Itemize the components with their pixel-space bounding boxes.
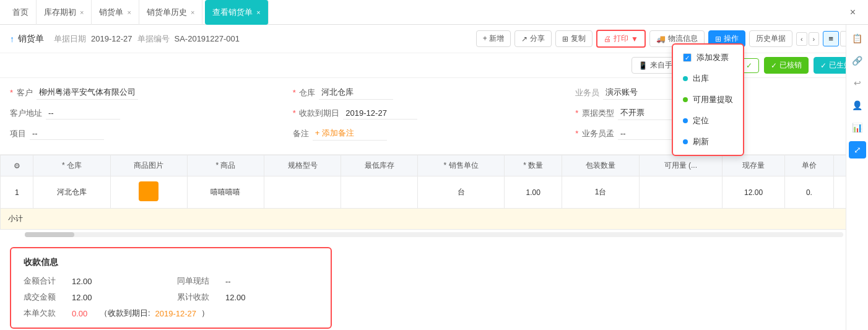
sidebar-icon-expand[interactable]: ⤢	[849, 141, 866, 158]
note-label: 备注	[293, 128, 309, 139]
owed-label: 本单欠款	[24, 308, 67, 319]
nav-arrows: ‹ ›	[796, 32, 819, 46]
dropdown-locate[interactable]: 定位	[673, 110, 743, 131]
payment-date-field: * 收款到期日 2019-12-27	[293, 107, 576, 119]
history-label: 历史单据	[756, 33, 786, 44]
transaction-value: 12.00	[72, 293, 92, 302]
scroll-hint[interactable]	[25, 232, 843, 237]
tab-close-sales-history[interactable]: ×	[191, 9, 194, 16]
col-current-stock: 现存量	[723, 155, 785, 176]
warehouse-field: * 仓库 河北仓库	[293, 85, 576, 100]
sidebar-icon-1[interactable]: 📋	[849, 30, 866, 47]
row-no: 1	[1, 176, 33, 209]
out-warehouse-icon	[683, 76, 688, 81]
owed-date: 2019-12-27	[155, 309, 197, 318]
tab-sales-order[interactable]: 销货单 ×	[92, 0, 139, 25]
scroll-thumb[interactable]	[25, 232, 74, 237]
add-invoice-checkbox-icon: ✓	[683, 53, 692, 62]
project-field: 项目 --	[10, 128, 293, 140]
staff-value: 演示账号	[603, 85, 677, 100]
row-spec	[264, 176, 341, 209]
col-product-img: 商品图片	[110, 155, 187, 176]
doc-title: ↑ 销货单	[10, 33, 44, 45]
status-cancel-label: 已核销	[779, 60, 802, 71]
tab-close-view-sales[interactable]: ×	[256, 9, 260, 16]
product-table: ⚙ * 仓库 商品图片 * 商品 规格型号 最低库存 * 销售单位 * 数量 包…	[0, 155, 868, 230]
table-row: 1 河北仓库 嘻嘻嘻嘻 台 1.00 1台 12.00 0.	[1, 176, 868, 209]
same-order-label: 同单现结	[177, 276, 220, 287]
doc-meta: 单据日期 2019-12-27 单据编号 SA-20191227-001	[54, 33, 240, 45]
warehouse-label: * 仓库	[293, 87, 316, 98]
doc-title-text: 销货单	[18, 33, 44, 45]
col-warehouse: * 仓库	[33, 155, 110, 176]
ops-label: 操作	[724, 33, 739, 44]
row-warehouse: 河北仓库	[33, 176, 110, 209]
copy-button[interactable]: ⊞ 复制	[555, 30, 592, 47]
customer-value[interactable]: 柳州粤港平安气体有限公司	[37, 85, 138, 100]
sidebar-icon-3[interactable]: ↩	[849, 74, 866, 92]
print-dropdown-icon: ▼	[631, 35, 638, 43]
dropdown-available-pickup[interactable]: 可用量提取	[673, 89, 743, 110]
project-value[interactable]: --	[30, 128, 104, 140]
dropdown-add-invoice[interactable]: ✓ 添加发票	[673, 47, 743, 68]
address-value[interactable]: --	[46, 107, 120, 119]
doc-title-area: ↑ 销货单 单据日期 2019-12-27 单据编号 SA-20191227-0…	[10, 33, 476, 45]
row-quantity: 1.00	[504, 176, 562, 209]
available-pickup-label: 可用量提取	[693, 94, 733, 105]
col-settings[interactable]: ⚙	[1, 155, 33, 176]
tab-inventory-init[interactable]: 库存期初 ×	[37, 0, 92, 25]
col-unit-price: 单价	[785, 155, 833, 176]
next-arrow[interactable]: ›	[809, 32, 820, 46]
address-label: 客户地址	[10, 108, 42, 119]
prev-arrow[interactable]: ‹	[796, 32, 807, 46]
tab-home[interactable]: 首页	[5, 0, 37, 25]
view-table-btn[interactable]: ≡	[823, 31, 839, 46]
share-label: 分享	[530, 33, 545, 44]
note-field: 备注 + 添加备注	[293, 126, 576, 141]
cumulative-label: 累计收款	[177, 292, 220, 303]
project-label: 项目	[10, 128, 26, 139]
add-invoice-label: 添加发票	[697, 52, 729, 63]
col-sales-unit: * 销售单位	[418, 155, 504, 176]
tab-view-sales-order[interactable]: 查看销货单 ×	[205, 0, 268, 25]
sidebar-icon-5[interactable]: 📊	[849, 119, 866, 136]
logistics-label: 物流信息	[668, 33, 698, 44]
dropdown-refresh[interactable]: 刷新	[673, 131, 743, 152]
col-available: 可用量 (...	[639, 155, 722, 176]
add-note-btn[interactable]: + 添加备注	[313, 126, 387, 141]
number-value: SA-20191227-001	[175, 34, 240, 43]
owed-value: 0.00	[72, 309, 87, 318]
window-close-button[interactable]: ×	[843, 7, 863, 18]
effect-icon: ✓	[820, 61, 827, 70]
sidebar-icon-2[interactable]: 🔗	[849, 52, 866, 69]
same-order-value: --	[225, 277, 231, 286]
tab-close-inventory-init[interactable]: ×	[80, 9, 84, 16]
print-icon: 🖨	[604, 35, 611, 43]
new-button[interactable]: + 新增	[476, 30, 511, 47]
tab-close-sales-order[interactable]: ×	[127, 9, 131, 16]
address-field: 客户地址 --	[10, 107, 293, 119]
date-value: 2019-12-27	[91, 34, 132, 43]
owed-note2: ）	[201, 308, 209, 319]
transaction-row: 成交金额 12.00	[24, 292, 165, 303]
print-label: 打印	[614, 33, 628, 44]
tab-sales-history[interactable]: 销货单历史 ×	[139, 0, 202, 25]
share-button[interactable]: ↗ 分享	[514, 30, 552, 47]
customer-label: * 客户	[10, 87, 33, 98]
footer-grid: 金额合计 12.00 同单现结 -- 成交金额 12.00 累计收款 12.00…	[24, 276, 318, 319]
phone-icon: 📱	[638, 61, 648, 70]
payment-date-value[interactable]: 2019-12-27	[343, 107, 417, 119]
locate-icon	[683, 118, 688, 123]
print-button[interactable]: 🖨 打印 ▼	[596, 30, 646, 48]
warehouse-value[interactable]: 河北仓库	[319, 85, 393, 100]
right-sidebar: 📋 🔗 ↩ 👤 📊 ⤢	[846, 25, 868, 330]
product-image	[139, 181, 158, 201]
history-button[interactable]: 历史单据	[749, 30, 792, 47]
status-cancel-btn[interactable]: ✓ 已核销	[764, 57, 809, 74]
dropdown-out-warehouse[interactable]: 出库	[673, 68, 743, 89]
total-label: 金额合计	[24, 276, 67, 287]
same-order-row: 同单现结 --	[177, 276, 318, 287]
locate-label: 定位	[693, 115, 709, 126]
logistics-icon: 🚚	[656, 35, 666, 43]
sidebar-icon-4[interactable]: 👤	[849, 97, 866, 114]
